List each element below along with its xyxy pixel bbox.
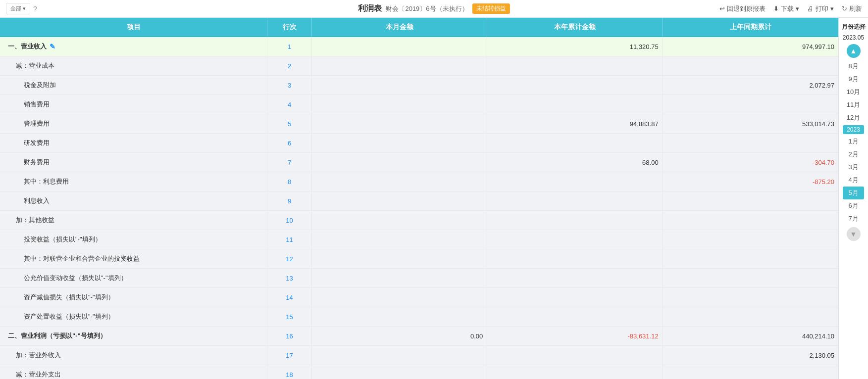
cell-prior [663,307,838,326]
table-row: 加：营业外收入 17 2,130.05 [0,346,838,365]
cell-item-name: 管理费用 [0,114,267,133]
cell-current-month [312,114,487,133]
cell-row-num: 17 [267,346,312,365]
cell-item-name: 财务费用 [0,153,267,172]
top-bar: 全部 ▾ ? 利润表 财会〔2019〕6号（未执行） 未结转损益 ↩ 回退到原报… [0,0,868,18]
table-row: 财务费用 7 68.00 -304.70 [0,153,838,172]
table-row: 一、营业收入 ✎ 1 11,320.75 974,997.10 [0,37,838,56]
sidebar-month-item[interactable]: 12月 [843,111,864,124]
print-button[interactable]: 🖨 打印 ▾ [807,4,834,13]
cell-row-num: 8 [267,172,312,191]
cell-current-month [312,95,487,114]
cell-prior [663,249,838,268]
cell-ytd: 68.00 [487,153,663,172]
sidebar-month-item[interactable]: 11月 [843,98,864,111]
cell-current-month: 0.00 [312,327,487,345]
cell-item-name: 减：营业成本 [0,56,267,75]
sidebar-month-item[interactable]: 7月 [843,212,864,225]
cell-row-num: 3 [267,76,312,95]
cell-item-name: 减：营业外支出 [0,365,267,379]
help-icon[interactable]: ? [33,5,37,13]
cell-row-num: 18 [267,365,312,379]
cell-current-month [312,191,487,210]
cell-row-num: 10 [267,211,312,230]
cell-row-num: 4 [267,95,312,114]
sidebar-month-item[interactable]: 1月 [843,135,864,148]
sidebar-month-item[interactable]: 5月 [843,187,864,199]
cell-item-name: 研发费用 [0,134,267,152]
cell-ytd [487,56,663,75]
cell-row-num: 15 [267,307,312,326]
cell-ytd [487,249,663,268]
page-title: 利润表 [358,3,382,14]
sidebar-month-item[interactable]: 9月 [843,73,864,86]
table-row: 利息收入 9 [0,191,838,211]
cell-ytd [487,191,663,210]
cell-item-name: 加：营业外收入 [0,346,267,365]
cell-ytd [487,211,663,230]
table-row: 加：其他收益 10 [0,211,838,230]
cell-row-num: 14 [267,288,312,307]
back-button[interactable]: ↩ 回退到原报表 [719,4,766,13]
cell-row-num: 2 [267,56,312,75]
cell-current-month [312,172,487,191]
cell-prior: 2,072.97 [663,76,838,95]
sidebar-month-item[interactable]: 8月 [843,60,864,73]
cell-prior: 974,997.10 [663,37,838,56]
cell-ytd [487,307,663,326]
cell-prior: 440,214.10 [663,327,838,345]
cell-prior [663,134,838,152]
sidebar-month-item[interactable]: 6月 [843,199,864,212]
cell-prior: 533,014.73 [663,114,838,133]
cell-ytd: 94,883.87 [487,114,663,133]
cell-current-month [312,288,487,307]
sidebar-down-button[interactable]: ▼ [847,227,861,241]
sidebar-month-item[interactable]: 2月 [843,148,864,161]
scope-label: 全部 [10,5,21,12]
print-icon: 🖨 [807,5,814,12]
cell-ytd [487,269,663,287]
download-button[interactable]: ⬇ 下载 ▾ [773,4,799,13]
back-icon: ↩ [719,5,725,12]
cell-current-month [312,269,487,287]
col-header-item: 项目 [0,18,267,37]
cell-current-month [312,37,487,56]
sidebar-title: 月份选择 [841,21,867,33]
cell-item-name: 资产处置收益（损失以"-"填列） [0,307,267,326]
cell-row-num: 16 [267,327,312,345]
table-row: 销售费用 4 [0,95,838,114]
cell-current-month [312,307,487,326]
cell-item-name: 投资收益（损失以"-"填列） [0,230,267,249]
cell-current-month [312,211,487,230]
cell-ytd [487,230,663,249]
cell-prior [663,230,838,249]
cell-current-month [312,76,487,95]
cell-current-month [312,230,487,249]
col-header-current: 本月金额 [312,18,487,37]
edit-icon[interactable]: ✎ [50,43,55,50]
cell-current-month [312,365,487,379]
sidebar-up-button[interactable]: ▲ [847,44,861,58]
cell-prior [663,56,838,75]
scope-dropdown[interactable]: 全部 ▾ [6,3,30,14]
table-row: 研发费用 6 [0,134,838,153]
table-body: 一、营业收入 ✎ 1 11,320.75 974,997.10 减：营业成本 2… [0,37,838,379]
table-row: 资产减值损失（损失以"-"填列） 14 [0,288,838,307]
refresh-button[interactable]: ↻ 刷新 [842,4,862,13]
cell-item-name: 资产减值损失（损失以"-"填列） [0,288,267,307]
sidebar-month-item[interactable]: 4月 [843,174,864,187]
sidebar-year: 2023.05 [842,33,865,42]
cell-row-num: 13 [267,269,312,287]
sidebar-year-badge: 2023 [843,125,864,134]
sidebar-month-item[interactable]: 10月 [843,86,864,98]
col-header-ytd: 本年累计金额 [487,18,663,37]
month-list: 8月9月10月11月12月20231月2月3月4月5月6月7月 [843,60,864,225]
sidebar-month-item[interactable]: 3月 [843,161,864,174]
cell-prior [663,269,838,287]
top-bar-actions: ↩ 回退到原报表 ⬇ 下载 ▾ 🖨 打印 ▾ ↻ 刷新 [719,4,862,13]
table-row: 其中：对联营企业和合营企业的投资收益 12 [0,249,838,269]
cell-row-num: 9 [267,191,312,210]
download-icon: ⬇ [773,5,779,12]
cell-item-name: 税金及附加 [0,76,267,95]
cell-item-name: 公允价值变动收益（损失以"-"填列） [0,269,267,287]
